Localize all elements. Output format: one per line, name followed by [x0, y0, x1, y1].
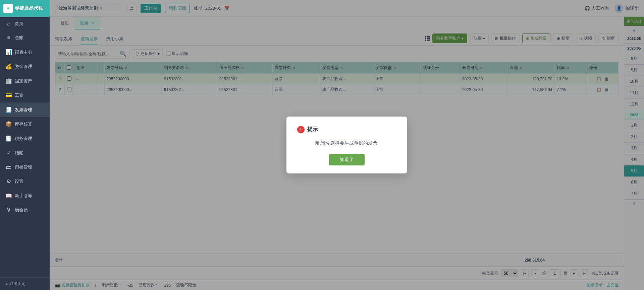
modal-title-row: ! 提示 [297, 126, 318, 133]
gear-icon: ⚙ [5, 178, 12, 185]
guide-icon: 📖 [5, 193, 12, 199]
sidebar-item-salary[interactable]: 💳 工资 [0, 88, 50, 102]
tax-icon: 📑 [5, 135, 12, 142]
sidebar-item-archive[interactable]: 🗃 归档管理 [0, 160, 50, 174]
sidebar-label-assets: 固定资产 [15, 78, 32, 84]
sidebar-label-home: 首页 [15, 21, 23, 27]
reports-icon: 📊 [5, 49, 12, 55]
ledger-icon: ≡ [5, 35, 12, 41]
sidebar-item-invoice[interactable]: 🧾 发票管理 [0, 102, 50, 117]
sidebar-label-invoice: 发票管理 [15, 107, 32, 113]
modal-confirm-button[interactable]: 知道了 [329, 154, 365, 165]
unpin-label: 取消固定 [9, 281, 25, 287]
sidebar-item-reports[interactable]: 📊 报表中心 [0, 45, 50, 59]
sidebar-item-settings[interactable]: ⚙ 设置 [0, 174, 50, 189]
sidebar-item-ledger[interactable]: ≡ 总账 [0, 31, 50, 45]
sidebar-label-guide: 新手引导 [15, 193, 32, 199]
assets-icon: 🏢 [5, 78, 12, 84]
sidebar-item-funds[interactable]: 💰 资金管理 [0, 59, 50, 74]
app-logo: ✦ 畅捷通易代账 [0, 0, 50, 17]
sidebar-item-assets[interactable]: 🏢 固定资产 [0, 74, 50, 88]
salary-icon: 💳 [5, 92, 12, 98]
sidebar-item-inventory[interactable]: 📦 库存核算 [0, 117, 50, 131]
invoice-icon: 🧾 [5, 106, 12, 113]
sidebar-item-member[interactable]: V 畅会员 [0, 203, 50, 217]
sidebar-label-archive: 归档管理 [15, 164, 32, 170]
archive-icon: 🗃 [5, 164, 12, 170]
main-area: 沈海英测试经营勿删 ▾ 🗂 工作台 切到旧版 账期 2023-05 📅 🎧 人工… [50, 0, 644, 290]
sidebar-label-tax: 税务管理 [15, 136, 32, 142]
sidebar-label-reports: 报表中心 [15, 49, 32, 55]
inventory-icon: 📦 [5, 121, 12, 127]
sidebar-item-home[interactable]: ⌂ 首页 [0, 17, 50, 31]
sidebar-label-ledger: 总账 [15, 35, 23, 41]
sidebar-item-checkout[interactable]: ✓ 结账 [0, 146, 50, 160]
sidebar-label-funds: 资金管理 [15, 64, 32, 70]
sidebar-item-guide[interactable]: 📖 新手引导 [0, 189, 50, 203]
member-icon: V [5, 207, 12, 213]
modal-message: 亲,请先选择要生成单据的发票! [315, 139, 379, 147]
modal-warning-icon: ! [297, 126, 305, 133]
sidebar-label-checkout: 结账 [15, 150, 23, 156]
sidebar: ✦ 畅捷通易代账 ⌂ 首页 ≡ 总账 📊 报表中心 💰 资金管理 🏢 固定资产 … [0, 0, 50, 290]
sidebar-item-tax[interactable]: 📑 税务管理 [0, 131, 50, 146]
home-icon: ⌂ [5, 21, 12, 27]
funds-icon: 💰 [5, 63, 12, 70]
sidebar-label-salary: 工资 [15, 92, 23, 98]
sidebar-label-member: 畅会员 [15, 207, 28, 213]
modal-title: 提示 [307, 126, 318, 133]
checkout-icon: ✓ [5, 150, 12, 156]
sidebar-label-settings: 设置 [15, 178, 23, 185]
sidebar-label-inventory: 库存核算 [15, 121, 32, 127]
logo-icon: ✦ [3, 4, 13, 13]
unpin-button[interactable]: ◂ 取消固定 [0, 277, 50, 290]
modal-overlay[interactable]: ! 提示 亲,请先选择要生成单据的发票! 知道了 [50, 0, 644, 290]
modal-dialog: ! 提示 亲,请先选择要生成单据的发票! 知道了 [286, 117, 407, 173]
app-name: 畅捷通易代账 [15, 5, 43, 11]
unpin-icon: ◂ [5, 282, 7, 286]
